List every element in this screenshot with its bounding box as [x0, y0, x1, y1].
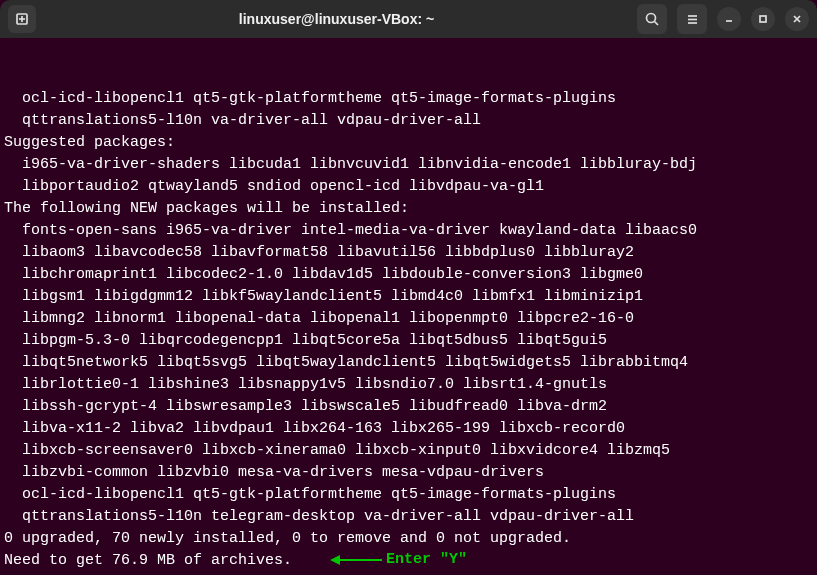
terminal-line: i965-va-driver-shaders libcuda1 libnvcuv…	[4, 154, 813, 176]
svg-line-4	[654, 21, 658, 25]
titlebar-right	[637, 4, 809, 34]
terminal-line: fonts-open-sans i965-va-driver intel-med…	[4, 220, 813, 242]
arrow-icon	[332, 559, 382, 561]
terminal-line: libportaudio2 qtwayland5 sndiod opencl-i…	[4, 176, 813, 198]
svg-rect-9	[760, 16, 766, 22]
terminal-line: qttranslations5-l10n va-driver-all vdpau…	[4, 110, 813, 132]
terminal-line: libpgm-5.3-0 libqrcodegencpp1 libqt5core…	[4, 330, 813, 352]
window-title: linuxuser@linuxuser-VBox: ~	[36, 11, 637, 27]
minimize-icon	[724, 14, 734, 24]
terminal-line: libzvbi-common libzvbi0 mesa-va-drivers …	[4, 462, 813, 484]
terminal-line: libxcb-screensaver0 libxcb-xinerama0 lib…	[4, 440, 813, 462]
terminal-line: The following NEW packages will be insta…	[4, 198, 813, 220]
search-icon	[645, 12, 660, 27]
terminal-line: Suggested packages:	[4, 132, 813, 154]
svg-point-3	[646, 13, 655, 22]
minimize-button[interactable]	[717, 7, 741, 31]
terminal-line: libchromaprint1 libcodec2-1.0 libdav1d5 …	[4, 264, 813, 286]
search-button[interactable]	[637, 4, 667, 34]
terminal-line: libaom3 libavcodec58 libavformat58 libav…	[4, 242, 813, 264]
close-icon	[792, 14, 802, 24]
annotation: Enter "Y"	[332, 549, 467, 571]
terminal-line: qttranslations5-l10n telegram-desktop va…	[4, 506, 813, 528]
terminal-output: ocl-icd-libopencl1 qt5-gtk-platformtheme…	[4, 88, 813, 575]
terminal-line: ocl-icd-libopencl1 qt5-gtk-platformtheme…	[4, 484, 813, 506]
titlebar: linuxuser@linuxuser-VBox: ~	[0, 0, 817, 38]
terminal-area[interactable]: ocl-icd-libopencl1 qt5-gtk-platformtheme…	[0, 38, 817, 575]
new-tab-button[interactable]	[8, 5, 36, 33]
terminal-line: libssh-gcrypt-4 libswresample3 libswscal…	[4, 396, 813, 418]
close-button[interactable]	[785, 7, 809, 31]
annotation-label: Enter "Y"	[386, 549, 467, 571]
terminal-line: libmng2 libnorm1 libopenal-data libopena…	[4, 308, 813, 330]
maximize-button[interactable]	[751, 7, 775, 31]
terminal-line: librlottie0-1 libshine3 libsnappy1v5 lib…	[4, 374, 813, 396]
terminal-line: libgsm1 libigdgmm12 libkf5waylandclient5…	[4, 286, 813, 308]
new-tab-icon	[15, 12, 29, 26]
terminal-line: 0 upgraded, 70 newly installed, 0 to rem…	[4, 528, 813, 550]
maximize-icon	[758, 14, 768, 24]
titlebar-left	[8, 5, 36, 33]
terminal-line: libqt5network5 libqt5svg5 libqt5waylandc…	[4, 352, 813, 374]
menu-button[interactable]	[677, 4, 707, 34]
terminal-line: libva-x11-2 libva2 libvdpau1 libx264-163…	[4, 418, 813, 440]
hamburger-icon	[685, 12, 700, 27]
terminal-line: ocl-icd-libopencl1 qt5-gtk-platformtheme…	[4, 88, 813, 110]
